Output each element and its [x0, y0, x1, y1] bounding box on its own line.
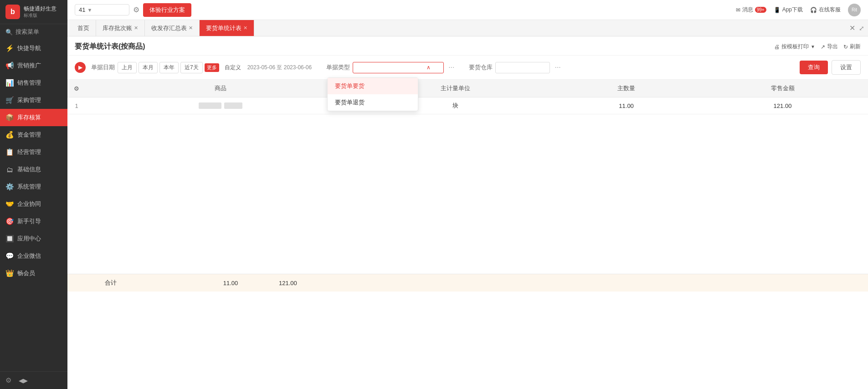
- sidebar-item-operations[interactable]: 📋经营管理: [0, 143, 67, 161]
- print-chevron-icon: ▼: [811, 44, 815, 49]
- tab-close-order-stats[interactable]: ✕: [243, 25, 247, 31]
- custom-date-btn[interactable]: 自定义: [221, 62, 245, 73]
- app-download-item[interactable]: 📱 App下载: [774, 6, 803, 14]
- col-settings[interactable]: ⚙: [67, 80, 86, 97]
- type-more-icon[interactable]: ···: [448, 63, 454, 72]
- column-settings-icon[interactable]: ⚙: [74, 85, 79, 92]
- sidebar-item-basic[interactable]: 🗂基础信息: [0, 161, 67, 178]
- type-select[interactable]: ∧: [353, 62, 444, 73]
- sidebar-label-purchase: 采购管理: [17, 96, 41, 104]
- sidebar-item-wechat[interactable]: 💬企业微信: [0, 247, 67, 265]
- more-dates-badge[interactable]: 更多: [205, 63, 219, 72]
- app-download-icon: 📱: [774, 7, 781, 13]
- type-select-input[interactable]: [357, 64, 426, 71]
- date-buttons: 上月 本月 本年 近7天 更多 自定义: [118, 62, 245, 73]
- page-header: 要货单统计表(按商品) 🖨 按模板打印 ▼ ↗ 导出 ↻ 刷新: [67, 36, 868, 56]
- online-service-label: 在线客服: [819, 6, 841, 14]
- this-month-btn[interactable]: 本月: [139, 62, 158, 73]
- sidebar-icon-collab: 🤝: [5, 200, 14, 208]
- store-selector[interactable]: 41 ▼: [75, 4, 129, 15]
- tab-order-stats[interactable]: 要货单统计表✕: [200, 20, 254, 36]
- sidebar-item-shortcut[interactable]: ⚡快捷导航: [0, 40, 67, 57]
- sidebar-item-guide[interactable]: 🎯新手引导: [0, 213, 67, 230]
- table-footer: 合计 11.00 121.00: [67, 274, 868, 292]
- sidebar-search[interactable]: 🔍 搜索菜单: [0, 24, 67, 40]
- app-sub: 标准版: [24, 12, 56, 19]
- sidebar-icon-sales: 📊: [5, 79, 14, 87]
- dropdown-item-order[interactable]: 要货单要货: [328, 78, 418, 94]
- col-product: 商品: [86, 80, 355, 97]
- sidebar-item-system[interactable]: ⚙️系统管理: [0, 178, 67, 195]
- refresh-button[interactable]: ↻ 刷新: [843, 43, 861, 51]
- sidebar-icon-marketing: 📢: [5, 61, 14, 70]
- export-button[interactable]: ↗ 导出: [821, 43, 838, 51]
- sidebar-icon-system: ⚙️: [5, 183, 14, 191]
- warehouse-filter-label: 要货仓库: [469, 63, 493, 72]
- col-amount: 零售金额: [697, 80, 868, 97]
- table-container: ⚙ 商品 主计量单位 主数量 零售金额 1: [67, 80, 868, 114]
- sidebar-label-wechat: 企业微信: [17, 252, 41, 260]
- sidebar-item-marketing[interactable]: 📢营销推广: [0, 57, 67, 74]
- sidebar-item-purchase[interactable]: 🛒采购管理: [0, 92, 67, 109]
- close-all-tabs-icon[interactable]: ✕: [849, 24, 855, 32]
- sidebar-label-basic: 基础信息: [17, 165, 41, 174]
- sidebar-icon-wechat: 💬: [5, 252, 14, 260]
- topbar-gear-icon[interactable]: ⚙: [133, 5, 139, 14]
- refresh-label: 刷新: [850, 43, 861, 51]
- logo-icon: b: [5, 5, 20, 19]
- print-button[interactable]: 🖨 按模板打印 ▼: [774, 43, 815, 51]
- refresh-icon: ↻: [843, 44, 848, 50]
- sidebar-item-collab[interactable]: 🤝企业协同: [0, 195, 67, 213]
- setting-button[interactable]: 设置: [832, 60, 861, 75]
- warehouse-select-input[interactable]: [499, 64, 537, 71]
- tab-receive-summary[interactable]: 收发存汇总表✕: [145, 20, 200, 36]
- this-year-btn[interactable]: 本年: [159, 62, 179, 73]
- online-service-item[interactable]: 🎧 在线客服: [810, 6, 841, 14]
- warehouse-filter-group: 要货仓库 ···: [469, 62, 560, 73]
- expand-tabs-icon[interactable]: ⤢: [859, 25, 864, 32]
- amount-cell: 121.00: [697, 97, 868, 114]
- sidebar-item-member[interactable]: 👑畅会员: [0, 265, 67, 282]
- product-placeholder-1: [199, 102, 221, 109]
- page-title: 要货单统计表(按商品): [75, 42, 145, 51]
- query-button[interactable]: 查询: [800, 61, 828, 74]
- dropdown-item-return[interactable]: 要货单退货: [328, 94, 418, 111]
- filter-expand-button[interactable]: ▶: [75, 62, 86, 73]
- date-filter-group: 单据日期 上月 本月 本年 近7天 更多 自定义 2023-05-06 至 20…: [91, 62, 312, 73]
- user-avatar[interactable]: Rit: [848, 4, 861, 16]
- messages-item[interactable]: ✉ 消息 99+: [736, 6, 766, 14]
- print-label: 按模板打印: [781, 43, 809, 51]
- type-chevron-icon[interactable]: ∧: [426, 64, 431, 71]
- last-7-days-btn[interactable]: 近7天: [180, 62, 203, 73]
- warehouse-more-icon[interactable]: ···: [555, 63, 560, 72]
- sidebar-collapse-icon[interactable]: ◀▶: [19, 377, 28, 384]
- warehouse-select[interactable]: [495, 62, 550, 73]
- sidebar: b 畅捷通好生意 标准版 🔍 搜索菜单 ⚡快捷导航📢营销推广📊销售管理🛒采购管理…: [0, 0, 67, 389]
- topbar-right: ✉ 消息 99+ 📱 App下载 🎧 在线客服 Rit: [736, 4, 861, 16]
- tab-inventory-batch[interactable]: 库存批次账✕: [96, 20, 145, 36]
- tab-home[interactable]: 首页: [71, 20, 96, 36]
- sidebar-item-apps[interactable]: 🔲应用中心: [0, 230, 67, 247]
- tab-label-order-stats: 要货单统计表: [206, 24, 241, 32]
- sidebar-label-system: 系统管理: [17, 183, 41, 191]
- footer-amount: 121.00: [279, 280, 297, 287]
- page-container: 要货单统计表(按商品) 🖨 按模板打印 ▼ ↗ 导出 ↻ 刷新: [67, 36, 868, 389]
- sidebar-item-finance[interactable]: 💰资金管理: [0, 126, 67, 143]
- sidebar-nav: ⚡快捷导航📢营销推广📊销售管理🛒采购管理📦库存核算💰资金管理📋经营管理🗂基础信息…: [0, 40, 67, 282]
- sidebar-logo: b 畅捷通好生意 标准版: [0, 0, 67, 24]
- footer-label: 合计: [105, 279, 117, 287]
- sidebar-item-sales[interactable]: 📊销售管理: [0, 74, 67, 92]
- sidebar-icon-member: 👑: [5, 269, 14, 277]
- trial-button[interactable]: 体验行业方案: [143, 3, 191, 17]
- content-spacer: [67, 114, 868, 274]
- sidebar-label-collab: 企业协同: [17, 200, 41, 208]
- sidebar-icon-guide: 🎯: [5, 217, 14, 225]
- tab-close-inventory-batch[interactable]: ✕: [134, 25, 138, 31]
- last-month-btn[interactable]: 上月: [118, 62, 137, 73]
- sidebar-icon-finance: 💰: [5, 131, 14, 139]
- footer-quantity: 11.00: [208, 280, 253, 287]
- sidebar-settings-icon[interactable]: ⚙: [5, 376, 11, 384]
- sidebar-item-inventory[interactable]: 📦库存核算: [0, 109, 67, 126]
- tab-close-receive-summary[interactable]: ✕: [189, 25, 193, 31]
- sidebar-label-inventory: 库存核算: [17, 113, 41, 122]
